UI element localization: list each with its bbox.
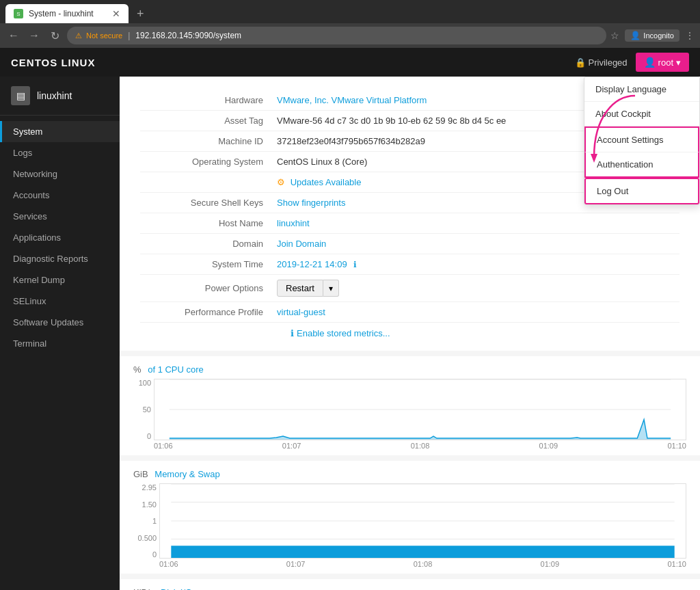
value-domain: Join Domain	[277, 239, 326, 249]
brand-name: CENTOS LINUX	[11, 57, 575, 68]
reload-button[interactable]: ↻	[46, 27, 63, 44]
cpu-x-01-06: 01:06	[154, 442, 173, 450]
label-perf: Performance Profile	[140, 307, 277, 317]
hardware-link[interactable]: VMware, Inc. VMware Virtual Platform	[277, 95, 427, 105]
disk-chart-title: KiB/s Disk I/O	[133, 587, 686, 590]
sidebar-item-system[interactable]: System	[0, 121, 120, 142]
forward-button[interactable]: →	[26, 27, 42, 44]
label-asset-tag: Asset Tag	[140, 116, 277, 126]
sidebar-item-services[interactable]: Services	[0, 206, 120, 227]
mem-y-label-1-50: 1.50	[133, 500, 157, 509]
info-row-perf: Performance Profile virtual-guest	[140, 302, 679, 323]
mem-y-label-0-500: 0.500	[133, 534, 157, 542]
sidebar-item-software-updates[interactable]: Software Updates	[0, 312, 120, 333]
cpu-x-01-09: 01:09	[539, 442, 558, 450]
new-tab-button[interactable]: +	[129, 4, 152, 23]
user-avatar-icon: 👤	[644, 57, 656, 68]
enable-metrics-link[interactable]: ℹ Enable stored metrics...	[291, 328, 679, 338]
incognito-button[interactable]: 👤 Incognito	[625, 29, 679, 42]
mem-y-label-0: 0	[133, 550, 157, 559]
address-bar: ← → ↻ ⚠ Not secure | 192.168.20.145:9090…	[0, 23, 700, 48]
bookmark-icon[interactable]: ☆	[610, 30, 619, 41]
sidebar: ▤ linuxhint System Logs Networking Accou…	[0, 77, 120, 590]
user-name-label: root	[658, 57, 673, 68]
url-bar[interactable]: ⚠ Not secure | 192.168.20.145:9090/syste…	[67, 27, 606, 44]
server-icon: ▤	[11, 86, 30, 105]
memory-x-labels: 01:06 01:07 01:08 01:09 01:10	[159, 559, 686, 568]
back-button[interactable]: ←	[5, 27, 22, 44]
value-ssh: Show fingerprints	[277, 198, 345, 208]
cpu-chart-section: % of 1 CPU core 100 50 0	[120, 356, 700, 455]
label-os: Operating System	[140, 157, 277, 167]
menu-item-about-cockpit[interactable]: About Cockpit	[584, 102, 699, 126]
sidebar-item-networking[interactable]: Networking	[0, 163, 120, 185]
user-dropdown-button[interactable]: 👤 root ▾	[636, 53, 689, 72]
label-hardware: Hardware	[140, 95, 277, 105]
value-power: Restart ▾	[277, 280, 339, 297]
menu-dots-icon[interactable]: ⋮	[685, 30, 695, 41]
perf-profile-link[interactable]: virtual-guest	[277, 307, 325, 317]
mem-x-01-06: 01:06	[159, 560, 178, 568]
menu-item-authentication[interactable]: Authentication	[584, 152, 699, 178]
sidebar-item-applications[interactable]: Applications	[0, 227, 120, 248]
security-warning-icon: ⚠	[75, 31, 82, 40]
cpu-chart-svg	[154, 379, 686, 440]
hostname-link[interactable]: linuxhint	[277, 218, 310, 228]
disk-unit-label: KiB/s	[133, 587, 154, 590]
time-info-icon: ℹ	[353, 260, 357, 269]
info-row-power: Power Options Restart ▾	[140, 275, 679, 302]
dropdown-arrow-icon: ▾	[676, 57, 681, 68]
memory-unit-label: GiB	[133, 469, 148, 479]
url-prefix: Not secure	[86, 31, 122, 40]
info-row-domain: Domain Join Domain	[140, 234, 679, 254]
info-row-hostname: Host Name linuxhint	[140, 213, 679, 234]
cpu-x-01-07: 01:07	[282, 442, 301, 450]
value-hardware: VMware, Inc. VMware Virtual Platform	[277, 95, 427, 105]
cpu-y-label-0: 0	[133, 432, 151, 440]
cpu-x-01-08: 01:08	[411, 442, 430, 450]
tab-close-button[interactable]: ✕	[112, 8, 120, 19]
restart-button[interactable]: Restart	[277, 280, 323, 297]
incognito-label: Incognito	[643, 31, 674, 40]
cpu-x-labels: 01:06 01:07 01:08 01:09 01:10	[154, 440, 686, 450]
tab-title: System - linuxhint	[29, 9, 94, 18]
time-link[interactable]: 2019-12-21 14:09	[277, 259, 347, 269]
memory-chart-svg	[159, 483, 686, 559]
updates-link[interactable]: Updates Available	[291, 177, 362, 187]
url-text: 192.168.20.145:9090/system	[135, 31, 241, 40]
sidebar-item-terminal[interactable]: Terminal	[0, 333, 120, 354]
label-ssh: Secure Shell Keys	[140, 198, 277, 208]
memory-chart-title: GiB Memory & Swap	[133, 469, 686, 479]
sidebar-server: ▤ linuxhint	[0, 77, 120, 116]
ssh-link[interactable]: Show fingerprints	[277, 198, 345, 208]
sidebar-item-kernel-dump[interactable]: Kernel Dump	[0, 269, 120, 291]
sidebar-item-selinux[interactable]: SELinux	[0, 291, 120, 312]
label-hostname: Host Name	[140, 218, 277, 228]
enable-metrics-icon: ℹ	[291, 328, 294, 338]
power-dropdown-button[interactable]: ▾	[323, 280, 339, 297]
svg-marker-10	[171, 546, 674, 558]
domain-link[interactable]: Join Domain	[277, 239, 326, 249]
menu-item-display-language[interactable]: Display Language	[584, 77, 699, 102]
updates-warning-icon: ⚙	[277, 177, 285, 187]
sidebar-item-accounts[interactable]: Accounts	[0, 185, 120, 206]
value-updates: ⚙ Updates Available	[277, 177, 361, 187]
menu-item-account-settings[interactable]: Account Settings	[584, 126, 699, 152]
cpu-y-label-50: 50	[133, 405, 151, 414]
disk-chart-section: KiB/s Disk I/O 768 512	[120, 579, 700, 590]
app-header: CENTOS LINUX 🔒 Privileged 👤 root ▾ Displ…	[0, 48, 700, 77]
menu-item-log-out[interactable]: Log Out	[584, 178, 699, 204]
server-name: linuxhint	[37, 90, 72, 101]
disk-metric-label: Disk I/O	[161, 587, 192, 590]
mem-x-01-09: 01:09	[541, 560, 560, 568]
sidebar-item-logs[interactable]: Logs	[0, 142, 120, 163]
sidebar-item-diagnostic-reports[interactable]: Diagnostic Reports	[0, 248, 120, 269]
label-domain: Domain	[140, 239, 277, 249]
mem-x-01-10: 01:10	[667, 560, 686, 568]
value-perf: virtual-guest	[277, 307, 325, 317]
memory-chart-section: GiB Memory & Swap 2.95 1.50 1 0.500 0	[120, 461, 700, 574]
browser-right-icons: ☆ 👤 Incognito ⋮	[610, 29, 695, 42]
browser-tab-active[interactable]: S System - linuxhint ✕	[5, 4, 129, 23]
memory-metric-label: Memory & Swap	[154, 469, 219, 479]
privileged-label: Privileged	[589, 57, 628, 68]
